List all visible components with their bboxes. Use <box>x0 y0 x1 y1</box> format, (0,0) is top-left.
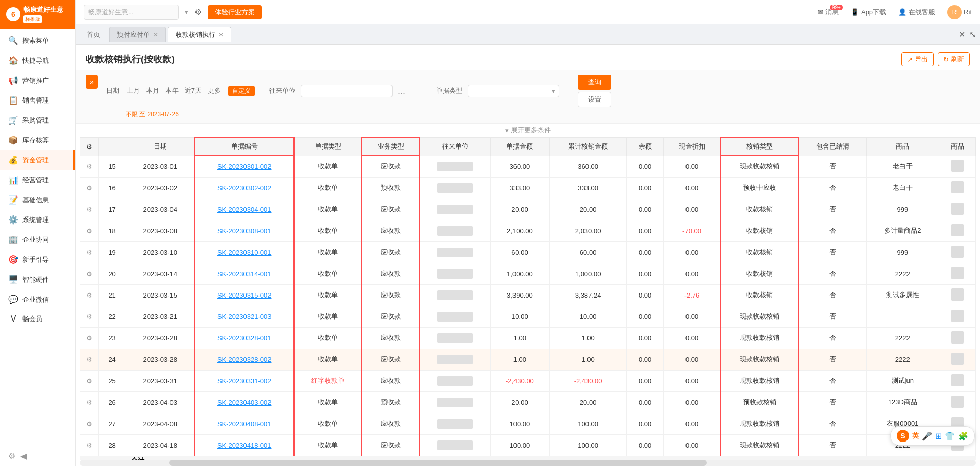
sidebar-item-sales[interactable]: 📋销售管理 <box>0 90 75 110</box>
sidebar-item-search[interactable]: 🔍搜索菜单 <box>0 31 75 51</box>
expand-conditions-button[interactable]: ▾ 展开更多条件 <box>505 126 551 135</box>
row-settings-icon[interactable]: ⚙ <box>86 334 92 342</box>
solution-button[interactable]: 体验行业方案 <box>208 5 262 19</box>
row-settings-icon[interactable]: ⚙ <box>86 184 92 192</box>
doc-no-link[interactable]: SK-20230315-002 <box>217 291 272 299</box>
date-this-month[interactable]: 本月 <box>144 85 161 96</box>
row-settings-icon[interactable]: ⚙ <box>86 313 92 321</box>
sidebar-item-system[interactable]: ⚙️系统管理 <box>0 210 75 230</box>
sidebar-item-inventory[interactable]: 📦库存核算 <box>0 130 75 150</box>
tab-collection[interactable]: 收款核销执行✕ <box>168 27 231 42</box>
export-button[interactable]: ↗ 导出 <box>901 52 934 66</box>
row-settings-icon[interactable]: ⚙ <box>86 249 92 256</box>
doc-no-link[interactable]: SK-20230310-001 <box>217 249 272 256</box>
collapse-icon[interactable]: ◀ <box>20 451 27 461</box>
cell-include-settled: 否 <box>799 434 866 456</box>
doc-no-link[interactable]: SK-20230308-001 <box>217 227 272 235</box>
user-avatar[interactable]: R Rit <box>947 5 972 19</box>
tab-home[interactable]: 首页 <box>80 27 107 42</box>
cell-cash-disc: 0.00 <box>664 199 721 220</box>
date-custom-button[interactable]: 自定义 <box>228 86 255 96</box>
sidebar-item-quick-nav[interactable]: 🏠快捷导航 <box>0 51 75 70</box>
app-download-button[interactable]: 📱 App下载 <box>851 8 886 17</box>
doc-no-link[interactable]: SK-20230328-002 <box>217 356 272 363</box>
tab-prepay[interactable]: 预付应付单✕ <box>109 27 166 42</box>
sidebar-item-ops[interactable]: 📊经营管理 <box>0 170 75 190</box>
row-settings-icon[interactable]: ⚙ <box>86 356 92 363</box>
row-settings-icon[interactable]: ⚙ <box>86 399 92 406</box>
doc-no-link[interactable]: SK-20230408-001 <box>217 420 272 428</box>
row-settings-icon[interactable]: ⚙ <box>86 270 92 278</box>
tab-label-collection: 收款核销执行 <box>176 30 215 39</box>
doc-no-link[interactable]: SK-20230403-002 <box>217 399 272 406</box>
cell-doc-type: 收款单 <box>294 434 362 456</box>
sidebar-item-marketing[interactable]: 📢营销推广 <box>0 70 75 90</box>
table-container: ⚙ 日期 单据编号 单据类型 业务类型 往来单位 单据金额 累计核销金额 余额 … <box>76 137 980 460</box>
doc-no-link[interactable]: SK-20230321-003 <box>217 313 272 321</box>
sidebar-item-member[interactable]: V畅会员 <box>0 309 75 329</box>
doc-no-link[interactable]: SK-20230328-001 <box>217 334 272 342</box>
sidebar-item-basic[interactable]: 📝基础信息 <box>0 190 75 210</box>
cell-doc-type: 收款单 <box>294 177 362 199</box>
doc-no-link[interactable]: SK-20230418-001 <box>217 442 272 449</box>
cell-biz-type: 预收款 <box>362 177 420 199</box>
settings-button[interactable]: 设置 <box>578 92 611 107</box>
row-settings-icon[interactable]: ⚙ <box>86 442 92 449</box>
float-grid-icon[interactable]: ⊞ <box>935 431 942 441</box>
float-mic-icon[interactable]: 🎤 <box>922 431 932 441</box>
row-settings-icon[interactable]: ⚙ <box>86 420 92 428</box>
row-settings-icon[interactable]: ⚙ <box>86 227 92 235</box>
cell-amount: 333.00 <box>490 177 549 199</box>
settings-footer-icon[interactable]: ⚙ <box>8 451 15 461</box>
filter-toggle-button[interactable]: » <box>86 75 98 89</box>
topbar-arrow-icon[interactable]: ▾ <box>185 8 188 16</box>
float-shirt-icon[interactable]: 👕 <box>945 431 955 441</box>
sidebar-icon-corp: 🏢 <box>8 235 18 244</box>
doc-no-link[interactable]: SK-20230331-002 <box>217 377 272 385</box>
date-7days[interactable]: 近7天 <box>183 85 204 96</box>
tab-close-button[interactable]: ✕ <box>959 30 965 39</box>
online-service-button[interactable]: 👤 在线客服 <box>898 8 935 17</box>
cell-settings: ⚙ <box>80 370 99 391</box>
tab-expand-button[interactable]: ⤡ <box>969 30 976 39</box>
topbar-search-input[interactable] <box>84 5 179 20</box>
sidebar-item-hardware[interactable]: 🖥️智能硬件 <box>0 269 75 289</box>
topbar-gear-icon[interactable]: ⚙ <box>194 7 202 17</box>
tab-close-prepay[interactable]: ✕ <box>153 31 158 38</box>
scrollbar-thumb[interactable] <box>169 460 707 466</box>
float-puzzle-icon[interactable]: 🧩 <box>958 431 968 441</box>
cell-doc-no: SK-20230331-002 <box>194 370 294 391</box>
cell-cash-disc: -70.00 <box>664 220 721 241</box>
doc-no-link[interactable]: SK-20230304-001 <box>217 206 272 213</box>
date-this-year[interactable]: 本年 <box>163 85 181 96</box>
refresh-button[interactable]: ↻ 刷新 <box>938 52 970 66</box>
filter-dots[interactable]: ... <box>398 86 405 96</box>
sidebar-item-purchase[interactable]: 🛒采购管理 <box>0 110 75 130</box>
table-row: ⚙ 24 2023-03-28 SK-20230328-002 收款单 应收款 … <box>80 349 976 370</box>
doc-type-select[interactable] <box>468 85 559 97</box>
partner-filter-input[interactable] <box>301 85 393 97</box>
tab-close-collection[interactable]: ✕ <box>218 31 224 38</box>
date-last-month[interactable]: 上月 <box>125 85 142 96</box>
cell-settings: ⚙ <box>80 241 99 263</box>
sidebar-item-corp[interactable]: 🏢企业协同 <box>0 230 75 250</box>
query-button[interactable]: 查询 <box>578 75 611 90</box>
doc-no-link[interactable]: SK-20230301-002 <box>217 163 272 170</box>
horizontal-scrollbar[interactable] <box>80 460 976 466</box>
doc-no-link[interactable]: SK-20230314-001 <box>217 270 272 278</box>
row-settings-icon[interactable]: ⚙ <box>86 377 92 385</box>
row-settings-icon[interactable]: ⚙ <box>86 291 92 299</box>
message-button[interactable]: ✉ 消息 99+ <box>818 8 839 17</box>
doc-no-link[interactable]: SK-20230302-002 <box>217 184 272 192</box>
cell-cash-disc: 0.00 <box>664 349 721 370</box>
cell-date: 2023-03-15 <box>126 284 195 306</box>
row-settings-icon[interactable]: ⚙ <box>86 163 92 170</box>
sidebar-item-finance[interactable]: 💰资金管理 <box>0 150 75 170</box>
sidebar-item-wechat[interactable]: 💬企业微信 <box>0 289 75 309</box>
cell-partner: ████ <box>420 220 490 241</box>
sidebar-icon-inventory: 📦 <box>8 135 18 145</box>
sidebar-item-guide[interactable]: 🎯新手引导 <box>0 250 75 269</box>
date-more[interactable]: 更多 <box>206 85 223 96</box>
col-settings-icon[interactable]: ⚙ <box>86 143 92 151</box>
row-settings-icon[interactable]: ⚙ <box>86 206 92 213</box>
